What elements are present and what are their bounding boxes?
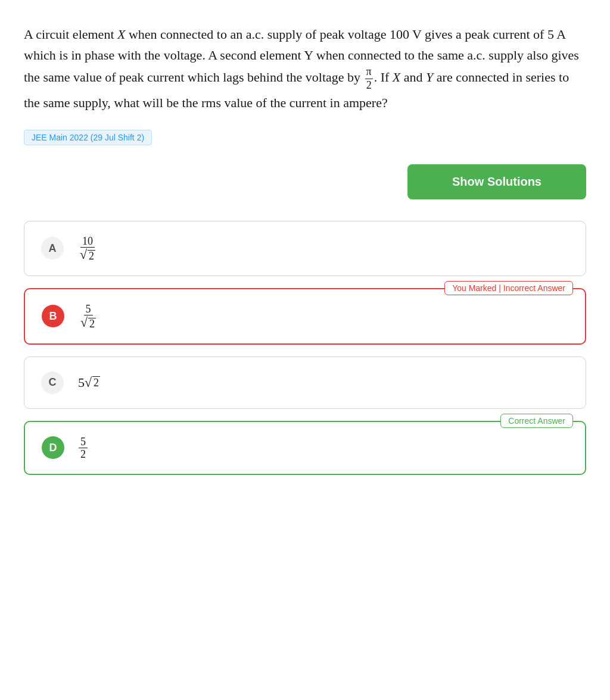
option-circle-b: B [42,305,64,327]
question-text: A circuit element X when connected to an… [24,24,586,113]
option-card-c[interactable]: C 5√2 [24,357,586,409]
show-solutions-row: Show Solutions [24,164,586,199]
option-value-b: 5 √2 [79,304,98,329]
exam-tag-badge: JEE Main 2022 (29 Jul Shift 2) [24,130,152,145]
option-card-d[interactable]: Correct Answer D 5 2 [24,421,586,475]
option-card-b[interactable]: You Marked | Incorrect Answer B 5 √2 [24,288,586,345]
option-circle-a: A [41,237,64,260]
option-value-a: 10 √2 [78,236,97,261]
option-circle-d: D [42,436,64,459]
option-value-d: 5 2 [79,436,88,460]
incorrect-answer-badge: You Marked | Incorrect Answer [444,281,573,295]
correct-answer-badge: Correct Answer [500,414,573,428]
show-solutions-button[interactable]: Show Solutions [407,164,586,199]
option-circle-c: C [41,371,64,394]
option-value-c: 5√2 [78,375,100,390]
option-card-a[interactable]: A 10 √2 [24,221,586,276]
